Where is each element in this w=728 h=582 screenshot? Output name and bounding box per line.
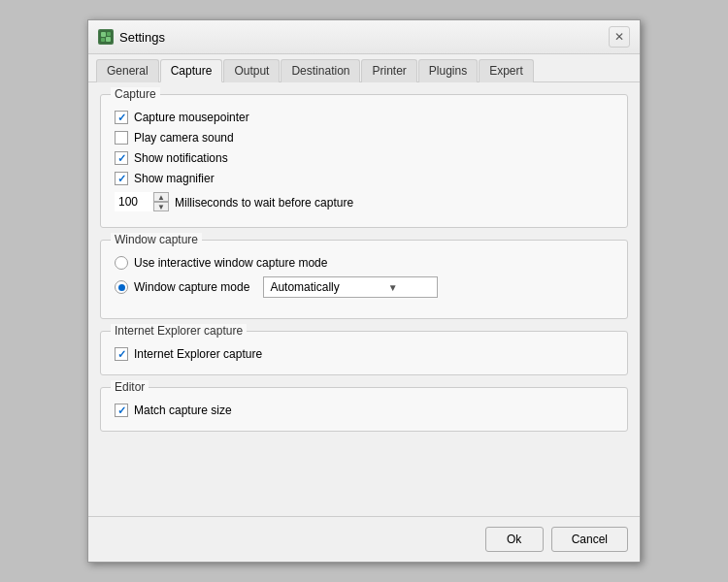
capture-mousepointer-checkbox[interactable] [115,111,128,124]
milliseconds-row: ▲ ▼ Milliseconds to wait before capture [115,192,613,213]
interactive-mode-radio[interactable] [115,256,128,270]
match-capture-size-checkbox[interactable] [115,404,128,417]
show-notifications-row: Show notifications [115,151,613,165]
window-capture-content: Use interactive window capture mode Wind… [115,256,613,298]
play-camera-sound-row: Play camera sound [115,131,613,145]
ie-capture-section: Internet Explorer capture Internet Explo… [100,331,628,375]
show-notifications-label: Show notifications [134,151,228,165]
play-camera-sound-checkbox[interactable] [115,131,128,145]
match-capture-size-row: Match capture size [115,404,613,417]
spin-up-button[interactable]: ▲ [153,192,169,202]
tab-content: Capture Capture mousepointer Play camera… [88,82,640,516]
show-magnifier-row: Show magnifier [115,172,613,185]
window-capture-dropdown-wrapper: Automatically ▼ [263,276,438,298]
capture-section-title: Capture [111,87,160,101]
play-camera-sound-label: Play camera sound [134,131,234,145]
ie-capture-section-title: Internet Explorer capture [111,324,247,338]
tab-capture[interactable]: Capture [160,59,223,82]
show-magnifier-checkbox[interactable] [115,172,128,185]
editor-content: Match capture size [115,404,613,417]
window-capture-title: Window capture [111,233,202,246]
svg-rect-3 [101,38,105,42]
window-capture-dropdown[interactable]: Automatically ▼ [263,276,438,298]
dialog-footer: Ok Cancel [88,516,640,562]
tab-bar: General Capture Output Destination Print… [88,54,640,82]
tab-general[interactable]: General [96,59,159,82]
match-capture-size-label: Match capture size [134,404,232,417]
tab-plugins[interactable]: Plugins [418,59,478,82]
show-magnifier-label: Show magnifier [134,172,215,185]
settings-dialog: Settings ✕ General Capture Output Destin… [87,19,641,563]
show-notifications-checkbox[interactable] [115,151,128,165]
spin-buttons: ▲ ▼ [153,192,169,213]
ie-capture-content: Internet Explorer capture [115,347,613,361]
capture-mousepointer-label: Capture mousepointer [134,111,249,124]
title-bar-left: Settings [98,29,165,45]
capture-section: Capture Capture mousepointer Play camera… [100,94,628,228]
title-bar: Settings ✕ [88,20,640,54]
interactive-mode-label: Use interactive window capture mode [134,256,327,270]
close-button[interactable]: ✕ [609,26,630,48]
ie-capture-label: Internet Explorer capture [134,347,262,361]
milliseconds-input[interactable] [115,192,153,211]
editor-section-title: Editor [111,380,149,394]
spin-down-button[interactable]: ▼ [153,202,169,211]
editor-section: Editor Match capture size [100,387,628,432]
cancel-button[interactable]: Cancel [551,527,628,552]
tab-printer[interactable]: Printer [361,59,416,82]
dialog-title: Settings [119,30,165,45]
window-capture-mode-label: Window capture mode [134,280,249,294]
svg-rect-4 [106,37,111,42]
chevron-down-icon: ▼ [388,282,398,293]
milliseconds-label: Milliseconds to wait before capture [175,196,353,210]
capture-section-content: Capture mousepointer Play camera sound S… [115,111,613,213]
window-capture-section: Window capture Use interactive window ca… [100,240,628,319]
svg-rect-0 [99,30,113,44]
dropdown-value: Automatically [270,280,339,294]
milliseconds-spinner: ▲ ▼ [115,192,169,213]
app-icon [98,29,114,45]
ie-capture-row: Internet Explorer capture [115,347,613,361]
tab-output[interactable]: Output [223,59,280,82]
ok-button[interactable]: Ok [485,527,544,552]
capture-mousepointer-row: Capture mousepointer [115,111,613,124]
tab-destination[interactable]: Destination [281,59,360,82]
svg-rect-2 [107,32,111,36]
interactive-mode-row: Use interactive window capture mode [115,256,613,270]
svg-rect-1 [101,32,106,37]
ie-capture-checkbox[interactable] [115,347,128,361]
window-capture-mode-radio[interactable] [115,280,128,294]
tab-expert[interactable]: Expert [479,59,534,82]
window-capture-mode-row: Window capture mode Automatically ▼ [115,276,613,298]
